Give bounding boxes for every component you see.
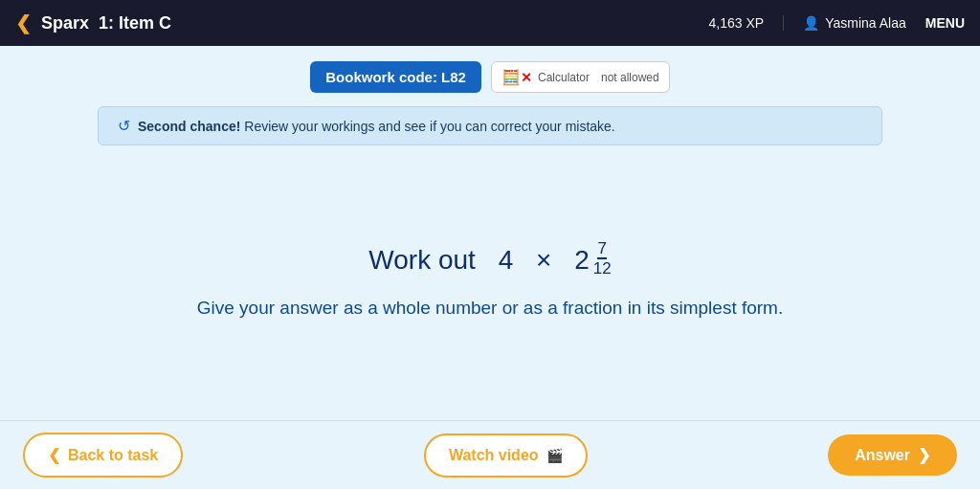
back-to-task-button[interactable]: Back to task [23, 433, 183, 478]
xp-display: 4,163 XP [709, 15, 785, 31]
calculator-x-icon: ✕ [521, 70, 532, 85]
user-info: 👤 Yasmina Alaa [803, 15, 906, 31]
whole-number: 2 [574, 245, 590, 276]
banner-text: Second chance! Review your workings and … [138, 119, 615, 134]
question-area: Work out 4 × 2 7 12 Give your answer as … [23, 155, 957, 405]
main-content: Bookwork code: L82 🧮✕ Calculator not all… [0, 46, 980, 420]
bookwork-bar: Bookwork code: L82 🧮✕ Calculator not all… [310, 61, 669, 93]
bottom-bar: Back to task Watch video Answer [0, 420, 980, 489]
back-label: Back to task [68, 447, 158, 464]
chevron-right-icon [918, 446, 930, 464]
question-times: × [536, 245, 551, 276]
banner-bold: Second chance! [138, 119, 240, 134]
question-subtext: Give your answer as a whole number or as… [197, 298, 783, 319]
fraction: 7 12 [593, 240, 612, 277]
watch-video-button[interactable]: Watch video [424, 433, 588, 478]
question-number1: 4 [499, 245, 514, 276]
brand-name: Sparx [41, 13, 89, 33]
header: ❮ Sparx 1: Item C 4,163 XP 👤 Yasmina Ala… [0, 0, 980, 46]
video-icon [546, 447, 563, 464]
second-chance-icon: ↺ [118, 117, 130, 135]
banner-detail: Review your workings and see if you can … [240, 119, 614, 134]
calculator-icon: 🧮✕ [501, 68, 532, 86]
denominator: 12 [593, 259, 612, 277]
question-prefix: Work out [368, 245, 476, 276]
header-item: 1: Item C [99, 13, 171, 33]
calculator-badge: 🧮✕ Calculator not allowed [491, 61, 670, 93]
question-math: Work out 4 × 2 7 12 [368, 242, 611, 278]
calculator-label: Calculator [538, 71, 590, 84]
user-name: Yasmina Alaa [825, 15, 906, 31]
second-chance-banner: ↺ Second chance! Review your workings an… [98, 106, 882, 145]
answer-button[interactable]: Answer [828, 434, 957, 476]
mixed-number: 2 7 12 [574, 242, 612, 278]
header-back-icon[interactable]: ❮ [15, 11, 32, 34]
calculator-status: not allowed [601, 71, 659, 84]
numerator: 7 [597, 240, 606, 259]
header-title: Sparx 1: Item C [41, 13, 709, 33]
watch-label: Watch video [449, 447, 539, 464]
bookwork-code: Bookwork code: L82 [310, 61, 481, 93]
chevron-left-icon [48, 446, 60, 464]
menu-button[interactable]: MENU [925, 15, 965, 31]
user-icon: 👤 [803, 15, 819, 31]
answer-label: Answer [855, 447, 910, 464]
